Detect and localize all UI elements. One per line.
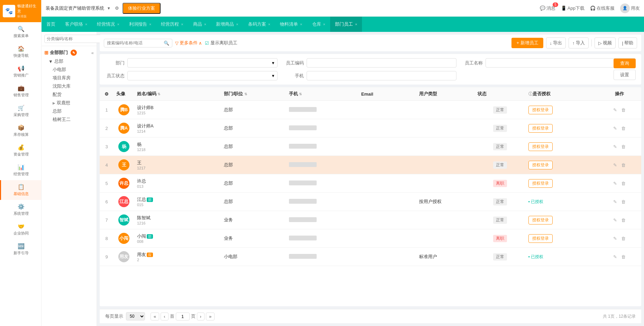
auth-btn[interactable]: 授权登录 [528,179,553,188]
sort-phone-icon[interactable]: ⇅ [299,92,302,96]
sidebar-item-operation[interactable]: 📊 经营管理 [0,160,41,180]
edit-btn[interactable]: ✎ [612,217,618,223]
edit-btn[interactable]: ✎ [612,143,618,150]
tab-close-add-goods[interactable]: × [236,22,238,26]
auth-info-icon[interactable]: ⓘ [528,91,533,96]
next-page-btn[interactable]: › [197,312,205,320]
tab-profit[interactable]: 利润报告× [124,17,156,32]
auth-btn[interactable]: 授权登录 [528,161,553,169]
export-button[interactable]: ↓ 导出 [546,37,566,49]
dept-all-item[interactable]: ⊞ 全部部门 ✎ « [44,48,94,57]
dept-item-zongbu[interactable]: 总部 [51,107,94,115]
tab-close-operation[interactable]: × [117,22,119,26]
more-conditions-btn[interactable]: ▽ 更多条件 ∧ [175,40,202,46]
delete-btn[interactable]: 🗑 [620,180,627,187]
edit-btn[interactable]: ✎ [612,199,618,205]
help-button[interactable]: | 帮助 [618,37,637,49]
tab-add-goods[interactable]: 新增商品× [211,17,243,32]
delete-btn[interactable]: 🗑 [620,235,627,242]
last-page-btn[interactable]: » [206,312,215,320]
tab-close-warehouse[interactable]: × [323,22,325,26]
tab-home[interactable]: 首页 [42,17,60,32]
search-input-wrap[interactable]: 🔍 [104,39,172,47]
tab-goods[interactable]: 商品× [188,17,211,32]
search-input[interactable] [107,41,162,45]
prev-page-btn[interactable]: ‹ [161,312,168,320]
set-button[interactable]: 设置 [614,70,636,80]
page-size-select[interactable]: 50 20 100 [126,312,145,320]
tab-barcode[interactable]: 条码方案× [243,17,275,32]
dept-search-input[interactable] [44,35,101,43]
filter-emp-name-input[interactable] [486,58,636,68]
message-button[interactable]: 💬 消息 5 [540,5,555,11]
filter-emp-code-input[interactable] [307,58,457,68]
user-menu[interactable]: 👤 用友 [620,3,640,13]
sidebar-item-marketing[interactable]: 📢 营销推广 [0,62,41,81]
page-input[interactable] [176,312,190,320]
delete-btn[interactable]: 🗑 [620,125,627,132]
dept-item-peihuo[interactable]: 配货 [51,90,94,99]
delete-btn[interactable]: 🗑 [620,107,627,113]
edit-btn[interactable]: ✎ [612,125,618,132]
delete-btn[interactable]: 🗑 [620,254,627,260]
tab-employee[interactable]: 部门员工× [330,17,362,32]
tab-customer[interactable]: 客户联络× [60,17,92,32]
sidebar-item-system[interactable]: ⚙️ 系统管理 [0,200,41,220]
auth-btn[interactable]: 授权登录 [528,234,553,243]
query-button[interactable]: 查询 [614,59,636,68]
sort-dept-icon[interactable]: ⇅ [244,92,247,96]
dept-item-xiaodian[interactable]: 小电部 [51,65,94,74]
edit-btn[interactable]: ✎ [612,254,618,260]
sidebar-item-sales[interactable]: 💼 销售管理 [0,81,41,101]
dept-item-zhishu[interactable]: 植树王二 [51,115,94,124]
sidebar-item-inventory[interactable]: 📦 库存核算 [0,121,41,141]
col-settings[interactable]: ⚙ [100,87,114,101]
dept-item-shenyang[interactable]: 沈阳大库 [51,82,94,90]
topbar-gear-icon[interactable]: ⚙ [115,6,119,11]
sidebar-item-search[interactable]: 🔍 搜索菜单 [0,22,41,42]
tab-close-history[interactable]: × [181,22,183,26]
sort-name-icon[interactable]: ⇅ [157,92,160,96]
sidebar-item-collab[interactable]: 🤝 企业协同 [0,220,41,239]
sidebar-item-basic[interactable]: 📋 基础信息 [0,180,41,200]
tab-warehouse[interactable]: 仓库× [307,17,330,32]
show-resigned-toggle[interactable]: ☑ 显示离职员工 [205,40,237,46]
topbar-dropdown-icon[interactable]: ▾ [108,6,110,11]
edit-btn[interactable]: ✎ [612,107,618,113]
online-service-button[interactable]: 🎧 在线客服 [590,5,615,11]
delete-btn[interactable]: 🗑 [620,217,627,223]
filter-status-select[interactable]: ▾ [127,71,278,80]
auth-btn[interactable]: 授权登录 [528,142,553,151]
sidebar-item-quicknav[interactable]: 🏠 快捷导航 [0,42,41,62]
auth-btn[interactable]: 授权登录 [528,216,553,224]
tab-close-customer[interactable]: × [85,22,87,26]
edit-btn[interactable]: ✎ [612,180,618,187]
tab-history[interactable]: 经营历程× [156,17,188,32]
tab-close-profit[interactable]: × [149,22,151,26]
app-download-button[interactable]: 📱 App下载 [561,5,584,11]
delete-btn[interactable]: 🗑 [620,199,627,205]
dept-edit-icon[interactable]: ✎ [71,50,77,56]
first-page-btn[interactable]: « [151,312,159,320]
edit-btn[interactable]: ✎ [612,235,618,242]
tab-close-employee[interactable]: × [355,22,357,26]
import-button[interactable]: ↑ 导入 [569,37,589,49]
tab-close-barcode[interactable]: × [268,22,270,26]
sidebar-item-purchase[interactable]: 🛒 采购管理 [0,101,41,121]
dept-collapse-btn[interactable]: « [91,50,94,55]
delete-btn[interactable]: 🗑 [620,143,627,150]
filter-dept-select[interactable]: ▾ [127,58,278,68]
trial-button[interactable]: 体验行业方案 [123,3,161,14]
dept-item-zongbu-root[interactable]: ▼ 总部 [47,57,94,65]
tab-close-bom[interactable]: × [300,22,302,26]
edit-btn[interactable]: ✎ [612,162,618,168]
tab-bom[interactable]: 物料清单× [275,17,307,32]
video-button[interactable]: ▷ 视频 [595,37,616,49]
add-employee-button[interactable]: + 新增员工 [511,38,543,48]
dept-item-shuangluxiang[interactable]: ▶ 双鹿想 [51,99,94,107]
tab-close-goods[interactable]: × [204,22,206,26]
auth-btn[interactable]: 授权登录 [528,106,553,114]
sidebar-item-finance[interactable]: 💰 资金管理 [0,141,41,160]
auth-btn[interactable]: 授权登录 [528,124,553,133]
sidebar-item-guide[interactable]: 🆕 新手引导 [0,239,41,259]
